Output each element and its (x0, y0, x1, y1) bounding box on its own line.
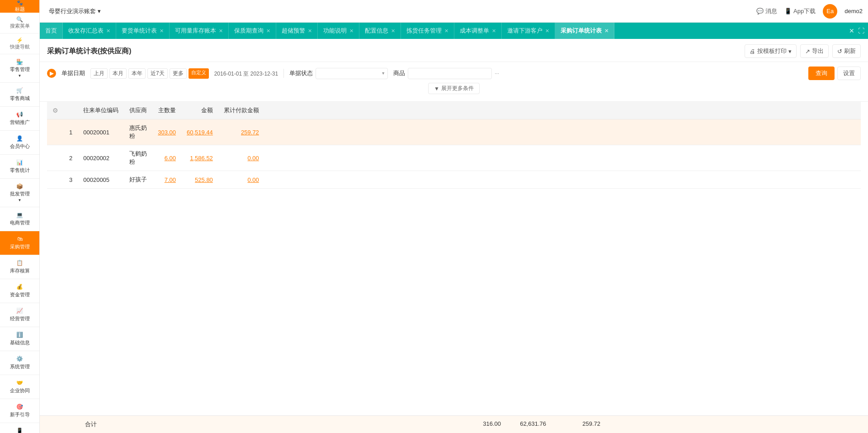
close-tab-function-desc[interactable]: ✕ (349, 28, 354, 34)
workspace-selector[interactable]: 母婴行业演示账套 ▾ (45, 5, 104, 17)
sidebar-item-inventory-check[interactable]: 📋 库存核算 (0, 255, 39, 279)
new-guide-icon: 🎯 (16, 404, 23, 410)
expand-more-row: ▼ 展开更多条件 (47, 80, 861, 97)
purchase-stats-label: 采购订单统计表 (561, 27, 602, 35)
tab-home[interactable]: 首页 (40, 23, 63, 39)
expand-arrow-icon2: ▼ (18, 198, 22, 202)
col-index (64, 102, 78, 119)
sidebar-item-quick-nav[interactable]: ⚡ 快捷导航 (0, 33, 39, 54)
col-unit-code: 往来单位编码 (78, 102, 124, 119)
tab-available-inventory[interactable]: 可用量库存账本 ✕ (170, 23, 229, 39)
close-tab-receive-summary[interactable]: ✕ (106, 28, 110, 34)
retail-mall-icon: 🛒 (16, 87, 23, 94)
filter-toggle-button[interactable]: ▶ (47, 69, 56, 78)
sidebar-item-retail-stats[interactable]: 📊 零售统计 (0, 155, 39, 179)
close-tab-purchase-stats[interactable]: ✕ (604, 28, 609, 34)
footer-supplier (206, 420, 461, 428)
basic-info-icon: ℹ️ (16, 332, 23, 338)
sidebar-item-app-center[interactable]: 📱 应用中心 (0, 423, 39, 433)
sidebar-item-marketing[interactable]: 📢 营销推广 (0, 107, 39, 131)
close-tab-goods-stats[interactable]: ✕ (160, 28, 164, 34)
col-qty: 主数量 (152, 102, 181, 119)
wholesale-mgmt-icon: 📦 (16, 183, 23, 190)
date-btn-this-month[interactable]: 本月 (109, 68, 127, 79)
finance-icon: 💰 (16, 284, 23, 290)
close-tab-overstock-warning[interactable]: ✕ (308, 28, 312, 34)
close-tab-pick-task[interactable]: ✕ (444, 28, 448, 34)
goods-filter-more-btn[interactable]: ··· (495, 70, 499, 76)
tab-purchase-stats[interactable]: 采购订单统计表 ✕ (555, 23, 614, 39)
tab-config-info[interactable]: 配置信息 ✕ (359, 23, 401, 39)
column-settings-icon[interactable]: ⚙ (52, 107, 58, 114)
table-row[interactable]: 2 00020002 飞鹤奶粉 6.00 1,586.52 0.00 (47, 145, 861, 171)
date-custom-tag[interactable]: 自定义 (189, 68, 209, 79)
tab-pick-task[interactable]: 拣货任务管理 ✕ (401, 23, 454, 39)
tab-invite-downstream[interactable]: 邀请下游客户 ✕ (502, 23, 555, 39)
print-button[interactable]: 🖨 按模板打印 ▾ (745, 44, 797, 58)
date-btn-7days[interactable]: 近7天 (147, 68, 168, 79)
table-row[interactable]: 3 00020005 好孩子 7.00 525.80 0.00 (47, 171, 861, 189)
row-unit-code: 00020002 (78, 145, 124, 171)
date-btn-last-month[interactable]: 上月 (90, 68, 108, 79)
sidebar-item-finance-mgmt[interactable]: 💰 资金管理 (0, 279, 39, 303)
page-header-actions: 🖨 按模板打印 ▾ ↗ 导出 ↺ 刷新 (745, 44, 861, 58)
tab-goods-stats[interactable]: 要货单统计表 ✕ (116, 23, 170, 39)
tab-overstock-warning[interactable]: 超储预警 ✕ (276, 23, 318, 39)
nav-tabs-controls: ✕ ⛶ (845, 27, 868, 34)
status-select[interactable] (316, 68, 388, 79)
page-content: 采购订单统计表(按供应商) 🖨 按模板打印 ▾ ↗ 导出 ↺ 刷新 (40, 39, 868, 433)
row-extra (264, 119, 861, 145)
refresh-button[interactable]: ↺ 刷新 (832, 44, 861, 58)
close-all-tabs-btn[interactable]: ✕ (849, 27, 854, 34)
close-tab-config-info[interactable]: ✕ (391, 28, 395, 34)
col-supplier: 供应商 (124, 102, 152, 119)
app-download-btn[interactable]: 📱 App下载 (784, 7, 816, 15)
sidebar-item-ecommerce-mgmt[interactable]: 💻 电商管理 (0, 207, 39, 231)
footer-settings-col (47, 420, 61, 428)
expand-more-label: 展开更多条件 (441, 85, 474, 92)
export-button[interactable]: ↗ 导出 (800, 44, 829, 58)
user-avatar[interactable]: Ea (823, 4, 837, 19)
tab-receive-summary[interactable]: 收发存汇总表 ✕ (63, 23, 116, 39)
workspace-name: 母婴行业演示账套 (49, 7, 96, 15)
close-tab-available-inventory[interactable]: ✕ (219, 28, 223, 34)
logo-icon: 🐾 (17, 0, 23, 6)
settings-button[interactable]: 设置 (837, 67, 861, 80)
row-settings-col (47, 145, 64, 171)
nav-tabs: 首页 收发存汇总表 ✕ 要货单统计表 ✕ 可用量库存账本 ✕ 保质期查询 ✕ 超… (40, 23, 868, 39)
sidebar-item-wholesale-mgmt[interactable]: 📦 批发管理 ▼ (0, 179, 39, 207)
tab-function-desc[interactable]: 功能说明 ✕ (318, 23, 359, 39)
date-btn-this-year[interactable]: 本年 (128, 68, 146, 79)
sidebar-item-member-center[interactable]: 👤 会员中心 (0, 131, 39, 155)
filter-separator-1 (283, 69, 284, 78)
sidebar-item-basic-info[interactable]: ℹ️ 基础信息 (0, 327, 39, 351)
close-tab-expiry-query[interactable]: ✕ (266, 28, 270, 34)
sidebar-item-system-mgmt[interactable]: ⚙️ 系统管理 (0, 351, 39, 375)
expand-more-button[interactable]: ▼ 展开更多条件 (428, 83, 480, 94)
ecommerce-icon: 💻 (16, 212, 23, 218)
goods-filter-input[interactable] (408, 68, 492, 79)
close-tab-cost-adjust[interactable]: ✕ (492, 28, 496, 34)
filter-area: ▶ 单据日期 上月 本月 本年 近7天 更多 自定义 2016-01-01 至 … (40, 62, 868, 102)
col-paid-amount: 累计付款金额 (218, 102, 264, 119)
query-button[interactable]: 查询 (808, 67, 835, 80)
table-row[interactable]: 1 00020001 惠氏奶粉 303.00 60,519.44 259.72 (47, 119, 861, 145)
print-icon: 🖨 (750, 48, 755, 55)
message-btn[interactable]: 💬 消息 (756, 7, 777, 15)
maximize-btn[interactable]: ⛶ (858, 27, 864, 34)
tab-expiry-query[interactable]: 保质期查询 ✕ (229, 23, 276, 39)
sidebar-item-enterprise-coop[interactable]: 🤝 企业协同 (0, 375, 39, 399)
row-index: 2 (64, 145, 78, 171)
sidebar-item-retail-mgmt[interactable]: 🏪 零售管理 ▼ (0, 54, 39, 83)
sidebar-item-search[interactable]: 🔍 搜索英单 (0, 13, 39, 33)
tab-cost-adjust[interactable]: 成本调整单 ✕ (454, 23, 502, 39)
footer-label: 合计 (80, 420, 206, 428)
date-btn-more[interactable]: 更多 (170, 68, 187, 79)
sidebar-item-ops-mgmt[interactable]: 📈 经营管理 (0, 303, 39, 327)
user-name[interactable]: demo2 (844, 8, 863, 14)
sidebar-item-retail-mall[interactable]: 🛒 零售商城 (0, 83, 39, 107)
expand-arrow-icon: ▼ (18, 74, 22, 78)
close-tab-invite-downstream[interactable]: ✕ (545, 28, 549, 34)
sidebar-item-new-guide[interactable]: 🎯 新手引导 (0, 399, 39, 423)
sidebar-item-purchase-mgmt[interactable]: 🛍 采购管理 (0, 231, 39, 255)
